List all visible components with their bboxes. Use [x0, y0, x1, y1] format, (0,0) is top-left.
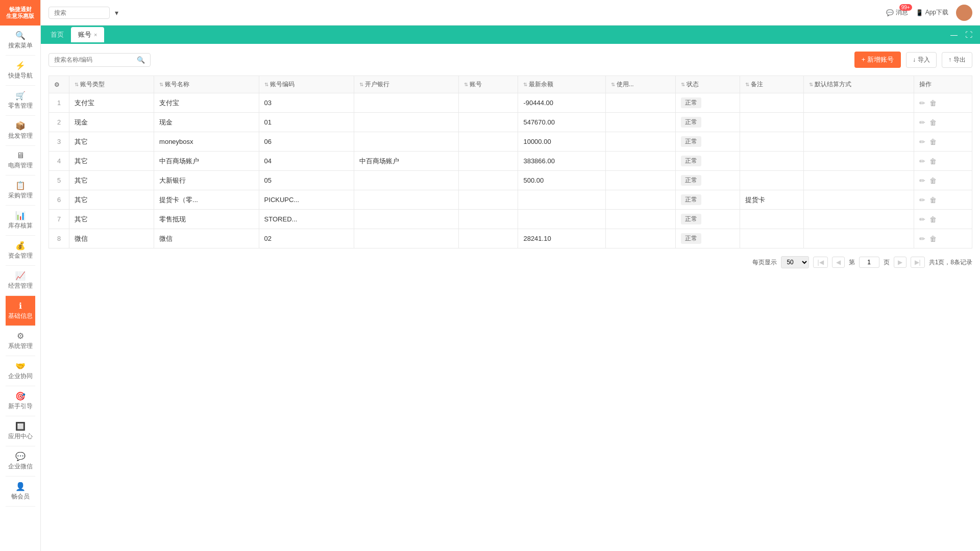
cell-bank-5 [354, 190, 459, 210]
search-icon[interactable]: 🔍 [137, 56, 145, 64]
tab-account[interactable]: 账号 × [71, 27, 104, 42]
cell-status-4: 正常 [675, 171, 740, 190]
sidebar-label-12: 新手引导 [8, 402, 33, 411]
sidebar-item-0[interactable]: 🔍搜索菜单 [6, 26, 35, 56]
sidebar-item-7[interactable]: 💰资金管理 [6, 236, 35, 266]
cell-status-6: 正常 [675, 210, 740, 229]
action-buttons-1: ✏ 🗑 [919, 118, 967, 127]
cell-balance-3: 383866.00 [518, 152, 605, 171]
cell-bank-3: 中百商场账户 [354, 152, 459, 171]
col-settings[interactable]: ⚙ [49, 76, 69, 93]
export-label: 导出 [953, 56, 966, 64]
user-avatar[interactable] [956, 5, 972, 21]
action-buttons-7: ✏ 🗑 [919, 235, 967, 243]
sidebar-item-10[interactable]: ⚙系统管理 [6, 326, 35, 356]
cell-type-1: 现金 [69, 113, 154, 132]
delete-button-3[interactable]: 🗑 [929, 157, 937, 165]
cell-settlement-1 [803, 113, 914, 132]
cell-balance-4: 500.00 [518, 171, 605, 190]
tab-home[interactable]: 首页 [43, 27, 71, 42]
sidebar-label-0: 搜索菜单 [8, 41, 33, 50]
message-button[interactable]: 💬 消息 99+ [886, 8, 908, 17]
sidebar-icon-8: 📈 [8, 271, 33, 281]
sidebar-item-9[interactable]: ℹ基础信息 [6, 296, 35, 326]
cell-balance-6 [518, 210, 605, 229]
cell-status-2: 正常 [675, 132, 740, 152]
action-buttons-2: ✏ 🗑 [919, 138, 967, 146]
header-left: ▾ [48, 7, 118, 19]
delete-button-7[interactable]: 🗑 [929, 235, 937, 243]
per-page-select[interactable]: 50 20 100 [781, 256, 809, 268]
sidebar-item-12[interactable]: 🎯新手引导 [6, 386, 35, 416]
sidebar-label-3: 批发管理 [8, 132, 33, 140]
sidebar-item-3[interactable]: 📦批发管理 [6, 116, 35, 146]
header-search-input[interactable] [48, 7, 110, 19]
toolbar: 🔍 + 新增账号 ↓ 导入 ↑ 导出 [48, 52, 972, 68]
cell-bank-2 [354, 132, 459, 152]
edit-button-1[interactable]: ✏ [919, 118, 925, 127]
search-input[interactable] [54, 56, 134, 63]
cell-settlement-4 [803, 171, 914, 190]
row-num-7: 8 [49, 229, 69, 248]
sidebar-item-6[interactable]: 📊库存核算 [6, 206, 35, 236]
action-buttons-4: ✏ 🗑 [919, 177, 967, 185]
sidebar-icon-5: 📋 [8, 181, 33, 190]
prev-page-button[interactable]: ◀ [832, 257, 845, 268]
add-account-button[interactable]: + 新增账号 [854, 52, 901, 68]
edit-button-0[interactable]: ✏ [919, 99, 925, 107]
cell-note-0 [740, 93, 804, 113]
edit-button-3[interactable]: ✏ [919, 157, 925, 165]
cell-note-4 [740, 171, 804, 190]
status-badge-1: 正常 [681, 117, 701, 128]
table-row: 4 其它 中百商场账户 04 中百商场账户 383866.00 正常 ✏ 🗑 [49, 152, 972, 171]
delete-button-6[interactable]: 🗑 [929, 215, 937, 223]
tab-maximize-icon[interactable]: ⛶ [963, 30, 975, 40]
row-num-5: 6 [49, 190, 69, 210]
edit-button-6[interactable]: ✏ [919, 215, 925, 223]
delete-button-4[interactable]: 🗑 [929, 177, 937, 185]
sidebar-item-1[interactable]: ⚡快捷导航 [6, 56, 35, 86]
cell-action-6: ✏ 🗑 [914, 210, 972, 229]
cell-bank-6 [354, 210, 459, 229]
tab-bar-right: — ⛶ [948, 30, 977, 40]
sidebar-icon-7: 💰 [8, 241, 33, 251]
import-button[interactable]: ↓ 导入 [906, 52, 937, 68]
table-row: 1 支付宝 支付宝 03 -90444.00 正常 ✏ 🗑 [49, 93, 972, 113]
delete-button-0[interactable]: 🗑 [929, 99, 937, 107]
tab-close-icon[interactable]: × [94, 32, 97, 38]
edit-button-5[interactable]: ✏ [919, 196, 925, 204]
sidebar-item-14[interactable]: 💬企业微信 [6, 446, 35, 477]
col-code: ⇅账号编码 [259, 76, 354, 93]
row-num-2: 3 [49, 132, 69, 152]
cell-action-3: ✏ 🗑 [914, 152, 972, 171]
edit-button-4[interactable]: ✏ [919, 177, 925, 185]
edit-button-2[interactable]: ✏ [919, 138, 925, 146]
sidebar-item-11[interactable]: 🤝企业协同 [6, 356, 35, 386]
edit-button-7[interactable]: ✏ [919, 235, 925, 243]
page-input[interactable] [859, 257, 879, 268]
cell-status-5: 正常 [675, 190, 740, 210]
sidebar-icon-3: 📦 [8, 121, 33, 131]
first-page-button[interactable]: |◀ [813, 257, 827, 268]
last-page-button[interactable]: ▶| [911, 257, 925, 268]
tab-minimize-icon[interactable]: — [948, 30, 960, 40]
sidebar-item-4[interactable]: 🖥电商管理 [6, 146, 35, 176]
delete-button-5[interactable]: 🗑 [929, 196, 937, 204]
sidebar-item-15[interactable]: 👤畅会员 [6, 477, 35, 507]
sidebar-item-5[interactable]: 📋采购管理 [6, 176, 35, 206]
action-buttons-0: ✏ 🗑 [919, 99, 967, 107]
export-button[interactable]: ↑ 导出 [942, 52, 972, 68]
delete-button-2[interactable]: 🗑 [929, 138, 937, 146]
row-num-1: 2 [49, 113, 69, 132]
delete-button-1[interactable]: 🗑 [929, 118, 937, 127]
download-button[interactable]: 📱 App下载 [916, 8, 948, 17]
cell-action-5: ✏ 🗑 [914, 190, 972, 210]
header-dropdown-icon[interactable]: ▾ [115, 9, 118, 17]
header-right: 💬 消息 99+ 📱 App下载 [886, 5, 972, 21]
sidebar-item-8[interactable]: 📈经营管理 [6, 266, 35, 296]
sidebar-item-2[interactable]: 🛒零售管理 [6, 86, 35, 116]
next-page-button[interactable]: ▶ [894, 257, 906, 268]
sidebar-label-13: 应用中心 [8, 432, 33, 441]
sidebar-item-13[interactable]: 🔲应用中心 [6, 416, 35, 446]
table-row: 7 其它 零售抵现 STORED... 正常 ✏ 🗑 [49, 210, 972, 229]
